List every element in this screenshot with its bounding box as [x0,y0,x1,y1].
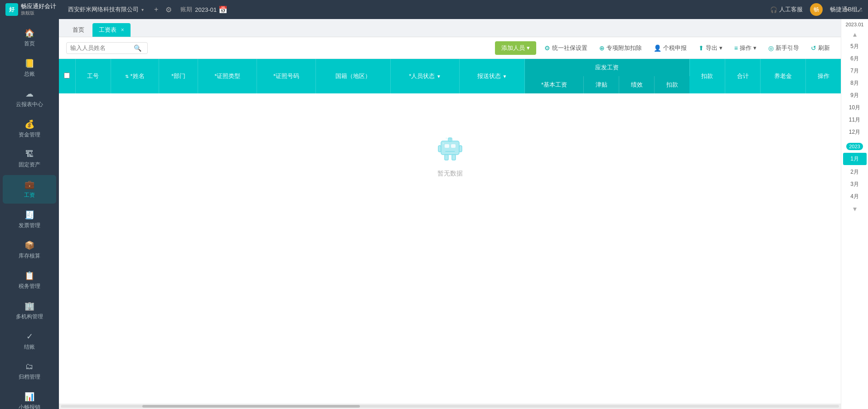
cal-month-10[interactable]: 10月 [841,102,868,114]
export-icon: ⬆ [698,44,704,52]
multi-org-icon: 🏢 [24,301,34,311]
sidebar-item-close-period[interactable]: ✓ 结账 [3,327,56,355]
add-company-icon[interactable]: + [153,4,160,15]
ledger-icon: 📒 [24,58,34,68]
sidebar-item-inventory[interactable]: 📦 库存核算 [3,236,56,264]
table-header-row1: 工号 ⇅ *姓名 *部门 *证照类型 *证照号码 [59,59,841,76]
select-all-checkbox[interactable] [64,73,70,78]
th-payable-salary-group: 应发工资 [525,59,690,76]
personal-tax-button[interactable]: 👤 个税申报 [650,42,690,54]
close-period-icon: ✓ [26,331,33,341]
salary-icon: 💼 [24,180,34,190]
service-button[interactable]: 🎧 人工客服 [770,5,803,14]
th-dept: *部门 [159,59,198,93]
sidebar-item-cloud-report[interactable]: ☁ 云报表中心 [3,84,56,113]
search-input[interactable] [70,44,134,51]
sidebar-item-fund[interactable]: 💰 资金管理 [3,115,56,143]
user-avatar[interactable]: 畅 [810,3,823,16]
operations-label: 操作 [740,44,752,52]
content-area: 首页 工资表 × 🔍 添加人员 ▾ ⚙ 统一社保设置 [59,19,841,409]
tab-salary-table[interactable]: 工资表 × [92,23,131,37]
cal-month-11[interactable]: 11月 [841,114,868,126]
empty-text: 暂无数据 [437,170,463,178]
sidebar-item-fixed-asset[interactable]: 🏗 固定资产 [3,145,56,173]
horizontal-scrollbar[interactable] [59,404,841,409]
logo-text-wrap: 畅应通好会计 旗舰版 [21,3,56,16]
invoice-icon: 🧾 [24,210,34,220]
table-wrap: 工号 ⇅ *姓名 *部门 *证照类型 *证照号码 [59,59,841,404]
sidebar-item-ledger[interactable]: 📒 总账 [3,54,56,83]
th-personnel-status[interactable]: *人员状态 ▼ [390,59,459,93]
maximize-window-button[interactable]: ⤢ [855,5,864,15]
sidebar-label-ledger: 总账 [24,70,35,78]
sidebar-item-multi-org[interactable]: 🏢 多机构管理 [3,297,56,325]
cal-month-1-active[interactable]: 1月 [843,153,867,165]
special-deduct-icon: ⊕ [599,44,605,52]
home-icon: 🏠 [24,28,34,38]
add-person-button[interactable]: 添加人员 ▾ [495,41,536,55]
fixed-asset-icon: 🏗 [25,150,34,159]
cal-month-6[interactable]: 6月 [841,53,868,65]
svg-rect-2 [451,144,456,148]
sidebar-item-expense[interactable]: 📊 小畅报销 [3,387,56,409]
close-window-button[interactable]: × [844,5,851,15]
search-wrap[interactable]: 🔍 [66,42,148,54]
cal-month-3[interactable]: 3月 [841,178,868,190]
tax-icon: 📋 [24,271,34,281]
cal-month-7[interactable]: 7月 [841,65,868,77]
th-report-status[interactable]: 报送状态 ▼ [460,59,525,93]
svg-rect-7 [459,146,462,152]
operations-button[interactable]: ≡ 操作 ▾ [731,42,760,54]
empty-state: 暂无数据 [59,93,841,214]
svg-rect-9 [452,155,456,160]
logo-icon: 好 [5,3,18,16]
cal-month-8[interactable]: 8月 [841,77,868,89]
operations-icon: ≡ [734,44,738,52]
export-button[interactable]: ⬆ 导出 ▾ [695,42,726,54]
table-body: 暂无数据 [59,93,841,214]
scrollbar-thumb[interactable] [142,405,360,408]
special-deduct-button[interactable]: ⊕ 专项附加扣除 [596,42,645,54]
tab-home[interactable]: 首页 [66,23,91,37]
cal-month-5[interactable]: 5月 [841,40,868,53]
sidebar-item-tax[interactable]: 📋 税务管理 [3,266,56,295]
guide-button[interactable]: ◎ 新手引导 [765,42,803,54]
svg-point-11 [442,143,444,144]
sidebar-label-cloud-report: 云报表中心 [16,101,43,108]
social-security-label: 统一社保设置 [552,44,587,52]
sidebar-label-multi-org: 多机构管理 [16,313,43,321]
app-logo: 好 畅应通好会计 旗舰版 [5,3,64,16]
th-name[interactable]: ⇅ *姓名 [111,59,159,93]
calendar-icon[interactable]: 📅 [218,5,228,14]
toolbar-right: 添加人员 ▾ ⚙ 统一社保设置 ⊕ 专项附加扣除 👤 个税申报 ⬆ [495,41,834,55]
filter-personnel-status-icon: ▼ [436,74,441,79]
settings-icon[interactable]: ⚙ [164,4,173,15]
tab-home-label: 首页 [73,26,84,33]
refresh-button[interactable]: ↺ 刷新 [807,42,834,54]
cal-month-4[interactable]: 4月 [841,190,868,203]
calendar-panel: 2023.01 ▴ 5月 6月 7月 8月 9月 10月 11月 12月 202… [841,19,868,409]
calendar-prev-button[interactable]: ▴ [841,28,868,40]
sidebar-item-salary[interactable]: 💼 工资 [3,175,56,204]
social-security-button[interactable]: ⚙ 统一社保设置 [541,42,591,54]
sidebar-item-invoice[interactable]: 🧾 发票管理 [3,205,56,234]
cal-month-12[interactable]: 12月 [841,126,868,138]
tab-bar: 首页 工资表 × [59,19,841,37]
add-person-arrow-icon: ▾ [527,44,530,51]
company-selector[interactable]: 西安虾米网络科技有限公司 ▾ [64,4,147,15]
refresh-icon: ↺ [811,44,816,52]
scrollbar-track [61,405,839,408]
empty-state-cell: 暂无数据 [59,93,841,214]
sidebar-item-archive[interactable]: 🗂 归档管理 [3,357,56,385]
calendar-next-button[interactable]: ▾ [841,203,868,215]
cal-month-2[interactable]: 2月 [841,166,868,178]
empty-icon [432,130,468,166]
sidebar-item-home[interactable]: 🏠 首页 [3,24,56,52]
sidebar-label-fund: 资金管理 [19,131,40,139]
company-name: 西安虾米网络科技有限公司 [68,5,139,14]
guide-icon: ◎ [768,44,774,52]
tab-close-salary[interactable]: × [121,27,124,33]
cal-month-9[interactable]: 9月 [841,89,868,102]
company-chevron-icon: ▾ [141,7,144,12]
th-checkbox[interactable] [59,59,75,93]
